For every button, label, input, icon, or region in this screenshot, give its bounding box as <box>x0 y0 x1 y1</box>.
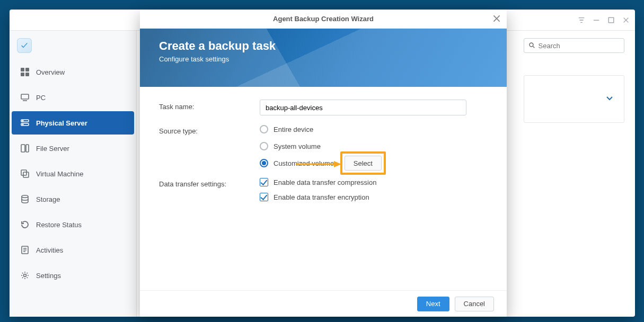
sidebar-item-file-server[interactable]: File Server <box>12 137 134 160</box>
maximize-icon[interactable] <box>607 16 615 24</box>
sidebar-item-storage[interactable]: Storage <box>12 187 134 211</box>
filter-icon[interactable] <box>578 16 585 24</box>
svg-rect-0 <box>594 20 599 20</box>
wizard-heading: Create a backup task <box>159 39 488 53</box>
vm-icon <box>20 169 30 178</box>
next-button[interactable]: Next <box>417 297 449 311</box>
svg-rect-2 <box>21 68 24 71</box>
fileserver-icon <box>20 144 30 153</box>
radio-entire-device[interactable] <box>260 125 268 133</box>
label-data-transfer: Data transfer settings: <box>159 177 260 188</box>
svg-rect-14 <box>23 172 29 177</box>
checkbox-label-encryption: Enable data transfer encryption <box>274 193 369 201</box>
chevron-down-icon <box>605 92 614 106</box>
pc-icon <box>20 93 30 102</box>
checkbox-encryption[interactable] <box>260 193 268 201</box>
radio-label-system: System volume <box>274 142 321 150</box>
wizard-banner: Create a backup task Configure task sett… <box>140 29 507 87</box>
sidebar-item-virtual-machine[interactable]: Virtual Machine <box>12 162 134 185</box>
wizard-titlebar: Agent Backup Creation Wizard <box>140 10 507 29</box>
svg-point-15 <box>22 195 28 198</box>
sidebar-item-overview[interactable]: Overview <box>12 60 134 84</box>
label-source-type: Source type: <box>159 124 260 135</box>
sidebar-item-pc[interactable]: PC <box>12 86 134 109</box>
side-panel-card[interactable] <box>524 75 624 123</box>
sidebar-item-label: Settings <box>36 272 61 280</box>
sidebar-item-label: File Server <box>36 145 69 153</box>
gear-icon <box>20 271 30 280</box>
sidebar: Overview PC Physical Server File Server <box>10 31 137 317</box>
sidebar-item-activities[interactable]: Activities <box>12 238 134 262</box>
cancel-button[interactable]: Cancel <box>455 297 494 311</box>
storage-icon <box>20 194 30 204</box>
svg-rect-1 <box>608 17 614 23</box>
svg-rect-12 <box>26 145 29 152</box>
restore-icon <box>20 220 30 229</box>
wizard-dialog: Agent Backup Creation Wizard Create a ba… <box>140 10 507 317</box>
sidebar-item-label: Storage <box>36 195 60 203</box>
svg-rect-11 <box>21 145 25 152</box>
sidebar-item-restore-status[interactable]: Restore Status <box>12 213 134 236</box>
svg-point-17 <box>24 274 27 277</box>
sidebar-item-label: PC <box>36 94 46 102</box>
sidebar-item-label: Virtual Machine <box>36 170 83 178</box>
search-input[interactable] <box>539 42 620 50</box>
sidebar-item-label: Overview <box>36 68 65 76</box>
sidebar-item-label: Activities <box>36 246 63 254</box>
select-volume-button[interactable]: Select <box>345 156 382 171</box>
wizard-close-icon[interactable] <box>492 14 501 23</box>
svg-rect-3 <box>25 68 29 71</box>
svg-rect-6 <box>21 94 29 99</box>
checkbox-compression[interactable] <box>260 178 268 186</box>
wizard-title: Agent Backup Creation Wizard <box>273 15 374 23</box>
server-icon <box>20 118 30 128</box>
sidebar-item-physical-server[interactable]: Physical Server <box>12 111 134 135</box>
svg-point-18 <box>530 43 533 47</box>
radio-label-entire: Entire device <box>274 126 313 133</box>
radio-label-custom: Customized volume: <box>274 159 336 167</box>
app-logo-icon <box>17 38 32 53</box>
close-icon[interactable] <box>622 16 630 24</box>
activities-icon <box>20 245 30 255</box>
sidebar-item-label: Restore Status <box>36 221 82 229</box>
checkbox-label-compression: Enable data transfer compression <box>274 178 376 186</box>
wizard-footer: Next Cancel <box>140 290 507 317</box>
search-icon <box>528 42 535 49</box>
svg-rect-5 <box>25 73 29 76</box>
radio-system-volume[interactable] <box>260 142 268 150</box>
sidebar-item-settings[interactable]: Settings <box>12 264 134 287</box>
search-box[interactable] <box>524 38 624 53</box>
svg-rect-13 <box>21 170 27 175</box>
task-name-input[interactable] <box>260 100 466 115</box>
minimize-icon[interactable] <box>593 16 600 24</box>
overview-icon <box>20 67 30 77</box>
wizard-subheading: Configure task settings <box>159 55 488 63</box>
svg-point-9 <box>22 120 23 121</box>
svg-point-10 <box>22 124 23 125</box>
wizard-body: Task name: Source type: Entire device Sy… <box>140 87 507 290</box>
radio-customized-volume[interactable] <box>260 159 268 167</box>
svg-rect-4 <box>21 73 24 76</box>
sidebar-item-label: Physical Server <box>36 119 87 127</box>
label-task-name: Task name: <box>159 100 260 111</box>
